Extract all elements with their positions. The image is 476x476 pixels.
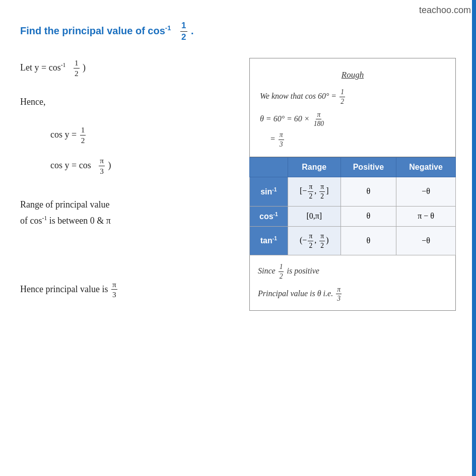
step-cos-y-cos: cos y = cos π 3 ): [50, 156, 239, 176]
th-positive: Positive: [341, 158, 396, 177]
step-range: Range of principal value of cos-1 is bet…: [20, 196, 239, 229]
func-cos: cos-1: [250, 206, 288, 226]
accent-bar: [472, 0, 476, 476]
pos-cos: θ: [341, 206, 396, 226]
rough-frac3: π 3: [279, 130, 284, 149]
note-frac2: π 3: [336, 285, 342, 303]
let-close: ): [83, 62, 86, 73]
cos-y-angle-frac: π 3: [99, 156, 105, 176]
pos-tan: θ: [341, 226, 396, 255]
let-sup: -1: [61, 62, 66, 69]
note-line1: Since 1 2 is positive: [258, 262, 447, 281]
cos-paren-open: [93, 160, 96, 170]
table-row-tan: tan-1 (−π2, π2) θ −θ: [250, 226, 456, 255]
question-paren-close: .: [191, 25, 194, 36]
right-panel: Rough We know that cos 60° = 1 2 θ = 60°…: [249, 58, 456, 311]
range-text2: of cos: [20, 216, 42, 226]
cos-paren-close: ): [108, 160, 111, 170]
table-row-sin: sin-1 [−π2, π2] θ −θ: [250, 177, 456, 206]
note-suffix: is positive: [287, 266, 319, 275]
question-fraction: 1 2: [180, 20, 187, 43]
note-box: Since 1 2 is positive Principal value is…: [249, 255, 456, 311]
main-content: Let y = cos-1 1 2 ) Hence, cos y = 1 2: [20, 58, 456, 315]
step-let: Let y = cos-1 1 2 ): [20, 58, 239, 79]
note-line2: Principal value is θ i.e. π 3: [258, 285, 447, 303]
neg-sin: −θ: [396, 177, 456, 206]
rough-title: Rough: [260, 66, 445, 84]
page: teachoo.com Find the principal value of …: [0, 0, 476, 476]
step-cos-y-half: cos y = 1 2: [50, 125, 239, 146]
pos-sin: θ: [341, 177, 396, 206]
let-paren: [68, 62, 71, 73]
th-range: Range: [288, 158, 341, 177]
func-tan: tan-1: [250, 226, 288, 255]
question-sup: -1: [165, 25, 171, 36]
table-header-row: Range Positive Negative: [250, 158, 456, 177]
cos-y-cos-text: cos y = cos: [50, 160, 91, 170]
range-sup: -1: [42, 215, 47, 222]
hence-text: Hence,: [20, 97, 45, 107]
table-row-cos: cos-1 [0,π] θ π − θ: [250, 206, 456, 226]
range-text1: Range of principal value: [20, 199, 109, 210]
rough-frac1: 1 2: [339, 88, 345, 106]
func-sin: sin-1: [250, 177, 288, 206]
let-fraction: 1 2: [74, 58, 80, 79]
trig-table: Range Positive Negative sin-1 [−π2, π2]: [249, 157, 456, 255]
th-func: [250, 158, 288, 177]
rough-frac2: π 180: [313, 110, 325, 128]
step-principal-value: Hence principal value is π 3: [20, 280, 239, 300]
watermark: teachoo.com: [419, 5, 471, 16]
cos-y-frac: 1 2: [80, 125, 86, 146]
th-negative: Negative: [396, 158, 456, 177]
question-paren-open: [174, 25, 177, 36]
rough-box: Rough We know that cos 60° = 1 2 θ = 60°…: [249, 58, 456, 157]
range-text3: is between 0 & π: [49, 216, 111, 226]
step-hence: Hence,: [20, 94, 239, 110]
cos-y-eq-text: cos y =: [50, 129, 77, 140]
range-cos: [0,π]: [288, 206, 341, 226]
range-tan: (−π2, π2): [288, 226, 341, 255]
rough-line3: = π 3: [270, 130, 445, 149]
pv-frac: π 3: [111, 280, 117, 300]
range-sin: [−π2, π2]: [288, 177, 341, 206]
neg-cos: π − θ: [396, 206, 456, 226]
solution-steps: Let y = cos-1 1 2 ) Hence, cos y = 1 2: [20, 58, 239, 315]
note-frac1: 1 2: [279, 262, 284, 281]
let-text: Let y = cos: [20, 62, 61, 73]
question-title: Find the principal value of cos-1 1 2 .: [20, 20, 456, 43]
neg-tan: −θ: [396, 226, 456, 255]
rough-line2: θ = 60° = 60 × π 180: [260, 110, 445, 128]
question-label: Find the principal value of cos: [20, 25, 165, 36]
rough-line1: We know that cos 60° = 1 2: [260, 88, 445, 106]
hence-pv-text: Hence principal value is: [20, 284, 108, 294]
